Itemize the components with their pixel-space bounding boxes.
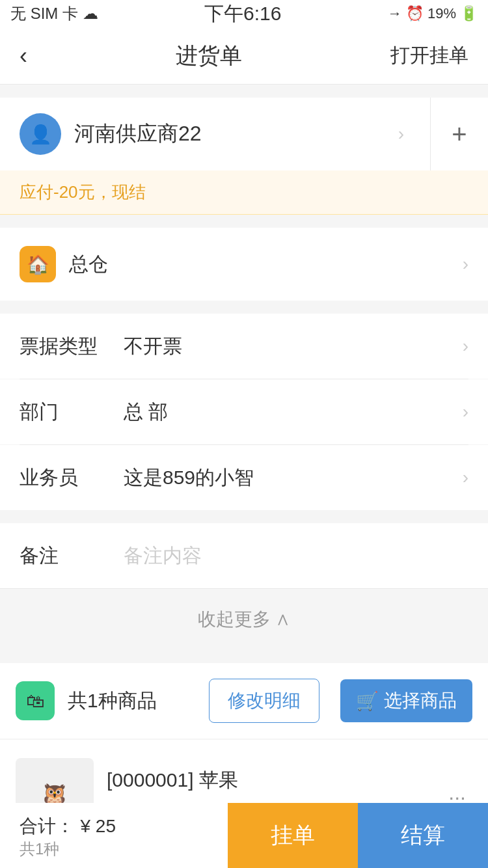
- supplier-selector[interactable]: 👤 河南供应商22 ›: [0, 98, 430, 170]
- collapse-label: 收起更多 ∧: [198, 609, 291, 629]
- gap-4: [0, 510, 488, 523]
- invoice-value: 不开票: [111, 333, 463, 360]
- product-title: 苹果: [199, 769, 238, 791]
- product-count: 共1种商品: [68, 688, 196, 714]
- product-header: 🛍 共1种商品 修改明细 🛒 选择商品: [0, 663, 488, 739]
- salesman-label: 业务员: [20, 465, 111, 491]
- select-product-button[interactable]: 🛒 选择商品: [340, 679, 472, 722]
- total-count: 共1种: [20, 839, 208, 860]
- status-left: 无 SIM 卡 ☁: [10, 3, 98, 24]
- signal-text: 无 SIM 卡 ☁: [10, 3, 98, 24]
- select-product-label: 选择商品: [384, 688, 457, 713]
- product-id: [0000001]: [107, 769, 199, 791]
- warehouse-chevron-icon: ›: [463, 254, 468, 275]
- product-count-icon: 🛍: [16, 681, 55, 720]
- add-supplier-button[interactable]: +: [431, 98, 488, 170]
- supplier-chevron-icon: ›: [398, 124, 417, 144]
- salesman-value: 这是859的小智: [111, 465, 463, 491]
- warehouse-icon: 🏠: [20, 246, 56, 282]
- battery-icon: → ⏰: [388, 5, 424, 22]
- supplier-section: 👤 河南供应商22 › +: [0, 98, 488, 170]
- suspend-button[interactable]: 挂单: [228, 803, 358, 868]
- gap-3: [0, 301, 488, 314]
- status-time: 下午6:16: [204, 1, 281, 27]
- warehouse-name: 总仓: [69, 251, 450, 278]
- settle-button[interactable]: 结算: [358, 803, 488, 868]
- salesman-chevron-icon: ›: [463, 467, 468, 488]
- gap-2: [0, 215, 488, 228]
- invoice-row[interactable]: 票据类型 不开票 ›: [0, 314, 488, 379]
- open-pending-button[interactable]: 打开挂单: [390, 42, 468, 69]
- back-button[interactable]: ‹: [20, 42, 27, 70]
- department-chevron-icon: ›: [463, 401, 468, 422]
- battery-percent: 19%: [427, 5, 456, 22]
- invoice-chevron-icon: ›: [463, 336, 468, 357]
- notice-bar: 应付-20元，现结: [0, 170, 488, 215]
- department-label: 部门: [20, 399, 111, 426]
- supplier-avatar: 👤: [20, 113, 61, 155]
- gap-1: [0, 85, 488, 98]
- plus-icon: +: [452, 120, 467, 149]
- avatar-icon: 👤: [29, 124, 52, 145]
- bag-icon: 🛍: [26, 690, 44, 712]
- edit-detail-button[interactable]: 修改明细: [209, 679, 319, 723]
- remark-input[interactable]: 备注内容: [111, 543, 468, 569]
- page-title: 进货单: [176, 41, 242, 71]
- home-icon: 🏠: [27, 254, 49, 275]
- nav-bar: ‹ 进货单 打开挂单: [0, 27, 488, 85]
- supplier-name: 河南供应商22: [74, 120, 385, 148]
- product-name: [0000001] 苹果: [107, 767, 429, 794]
- total-amount: 合计： ¥ 25: [20, 812, 208, 839]
- remark-row[interactable]: 备注 备注内容: [0, 523, 488, 588]
- department-row[interactable]: 部门 总 部 ›: [0, 379, 488, 444]
- total-value: ¥ 25: [80, 816, 116, 836]
- status-right: → ⏰ 19% 🔋: [388, 5, 478, 22]
- remark-label: 备注: [20, 543, 111, 569]
- warehouse-row[interactable]: 🏠 总仓 ›: [0, 228, 488, 301]
- collapse-row[interactable]: 收起更多 ∧: [0, 588, 488, 650]
- invoice-label: 票据类型: [20, 333, 111, 360]
- cart-icon: 🛒: [356, 690, 379, 712]
- total-info: 合计： ¥ 25 共1种: [0, 812, 228, 860]
- status-bar: 无 SIM 卡 ☁ 下午6:16 → ⏰ 19% 🔋: [0, 0, 488, 27]
- department-value: 总 部: [111, 399, 463, 426]
- bottom-bar: 合计： ¥ 25 共1种 挂单 结算: [0, 803, 488, 868]
- total-label: 合计：: [20, 816, 74, 836]
- salesman-row[interactable]: 业务员 这是859的小智 ›: [0, 445, 488, 510]
- battery-bar: 🔋: [460, 5, 478, 22]
